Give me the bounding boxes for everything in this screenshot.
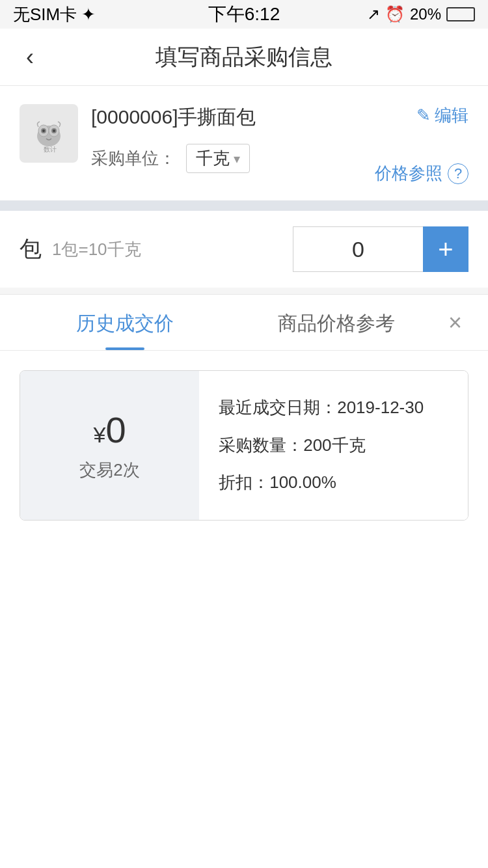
- product-section: 数计 [0000006]手撕面包 采购单位： 千克 ▾ ✎ 编辑: [0, 86, 488, 200]
- quantity-section: 包 1包=10千克 +: [0, 211, 488, 288]
- product-thumbnail: 数计: [20, 104, 78, 163]
- tabs-section: 历史成交价 商品价格参考 × ¥0 交易2次 最近成交日期：2019-12-30…: [0, 294, 488, 540]
- product-image-icon: 数计: [29, 114, 68, 153]
- status-right: ↗ ⏰ 20%: [367, 5, 475, 23]
- quantity-input[interactable]: [293, 226, 423, 272]
- product-name: [0000006]手撕面包: [91, 104, 256, 131]
- price-amount: 0: [105, 409, 126, 450]
- quantity-plus-button[interactable]: +: [423, 226, 468, 272]
- pkg-label: 包: [20, 234, 42, 264]
- page-header: ‹ 填写商品采购信息: [0, 29, 488, 86]
- page-title: 填写商品采购信息: [156, 42, 332, 72]
- edit-label: 编辑: [435, 104, 468, 127]
- quantity-right: +: [293, 226, 468, 272]
- unit-selector[interactable]: 千克 ▾: [186, 144, 250, 173]
- recent-date-label: 最近成交日期：: [219, 398, 337, 417]
- carrier-label: 无SIM卡 ✦: [13, 3, 96, 26]
- discount-row: 折扣：100.00%: [219, 469, 448, 496]
- help-icon: ?: [448, 163, 468, 184]
- price-card-left: ¥0 交易2次: [20, 371, 199, 520]
- status-left: 无SIM卡 ✦: [13, 3, 96, 26]
- status-time: 下午6:12: [208, 2, 280, 27]
- svg-point-6: [53, 129, 55, 132]
- svg-text:数计: 数计: [44, 146, 57, 153]
- pkg-hint: 1包=10千克: [52, 238, 141, 261]
- section-divider: [0, 200, 488, 211]
- price-display: ¥0: [94, 409, 126, 451]
- navigation-icon: ↗: [367, 5, 380, 23]
- unit-value: 千克: [196, 147, 230, 170]
- product-unit-row: 采购单位： 千克 ▾: [91, 144, 256, 173]
- quantity-left: 包 1包=10千克: [20, 234, 141, 264]
- back-button[interactable]: ‹: [20, 37, 40, 77]
- status-bar: 无SIM卡 ✦ 下午6:12 ↗ ⏰ 20%: [0, 0, 488, 29]
- alarm-icon: ⏰: [385, 5, 405, 23]
- chevron-down-icon: ▾: [234, 151, 240, 167]
- currency-symbol: ¥: [94, 422, 106, 447]
- tab-content: ¥0 交易2次 最近成交日期：2019-12-30 采购数量：200千克 折扣：…: [0, 351, 488, 540]
- price-ref-button[interactable]: 价格参照 ?: [375, 162, 468, 185]
- tab-history-price[interactable]: 历史成交价: [20, 295, 230, 350]
- battery-percent: 20%: [410, 5, 441, 23]
- plus-icon: +: [438, 235, 453, 264]
- purchase-qty-label: 采购数量：: [219, 435, 303, 455]
- edit-icon: ✎: [416, 105, 431, 126]
- purchase-qty-row: 采购数量：200千克: [219, 432, 448, 459]
- recent-date-value: 2019-12-30: [337, 398, 424, 417]
- bottom-space: [0, 540, 488, 868]
- discount-value: 100.00%: [269, 472, 336, 492]
- trade-count: 交易2次: [79, 459, 139, 481]
- product-info: [0000006]手撕面包 采购单位： 千克 ▾: [91, 104, 256, 173]
- product-left: 数计 [0000006]手撕面包 采购单位： 千克 ▾: [20, 104, 256, 173]
- price-ref-label: 价格参照: [375, 162, 442, 185]
- unit-label: 采购单位：: [91, 147, 176, 170]
- battery-icon: [446, 7, 475, 21]
- svg-point-5: [42, 129, 45, 132]
- close-button[interactable]: ×: [442, 303, 468, 343]
- price-card-right: 最近成交日期：2019-12-30 采购数量：200千克 折扣：100.00%: [199, 371, 468, 520]
- tab-history-label: 历史成交价: [76, 312, 174, 334]
- price-card: ¥0 交易2次 最近成交日期：2019-12-30 采购数量：200千克 折扣：…: [20, 370, 468, 521]
- recent-date-row: 最近成交日期：2019-12-30: [219, 394, 448, 422]
- purchase-qty-value: 200千克: [303, 435, 365, 455]
- tab-price-ref[interactable]: 商品价格参考: [230, 295, 441, 350]
- tab-price-ref-label: 商品价格参考: [278, 312, 395, 334]
- tabs-header: 历史成交价 商品价格参考 ×: [0, 295, 488, 351]
- edit-button[interactable]: ✎ 编辑: [416, 104, 468, 127]
- tab-active-indicator: [105, 347, 144, 350]
- discount-label: 折扣：: [219, 472, 269, 492]
- product-header: 数计 [0000006]手撕面包 采购单位： 千克 ▾ ✎ 编辑: [20, 104, 468, 185]
